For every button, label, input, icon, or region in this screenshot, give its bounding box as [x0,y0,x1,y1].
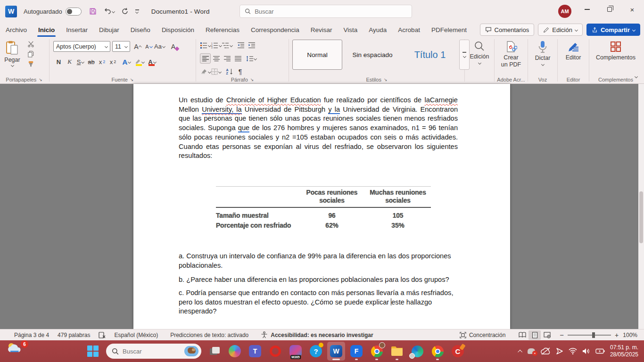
copilot-icon[interactable] [226,342,244,361]
word-app-icon[interactable]: W [5,6,17,17]
device-error-icon[interactable]: × [528,348,535,354]
tab-dibujar[interactable]: Dibujar [93,24,125,36]
ccleaner-icon[interactable]: C [449,342,467,361]
change-case-button[interactable]: Aa [154,41,165,52]
task-view-button[interactable] [206,342,223,361]
language-indicator[interactable]: Español (México) [110,332,162,338]
editor-button[interactable]: Editor [559,38,588,75]
underline-button[interactable]: S [75,57,86,67]
tab-referencias[interactable]: Referencias [200,24,245,36]
subscript-button[interactable]: x2 [97,57,107,67]
align-right-button[interactable] [222,53,232,64]
widgets-weather-button[interactable]: 6 [7,342,27,361]
onedrive-paused-icon[interactable] [540,347,551,355]
style-titulo-1[interactable]: Título 1 [403,40,457,70]
tab-vista[interactable]: Vista [338,24,363,36]
minimize-button[interactable] [576,0,598,19]
increase-indent-button[interactable] [246,40,257,50]
undo-dropdown-icon[interactable] [112,9,115,13]
tray-expand-icon[interactable] [518,349,522,354]
numbered-list-button[interactable]: 123 [211,40,222,50]
bullet-list-button[interactable] [200,40,211,50]
paste-button[interactable]: Pegar [0,38,25,66]
sort-button[interactable]: AZ [224,66,235,77]
shrink-font-button[interactable]: A [143,41,154,52]
line-spacing-button[interactable] [246,53,256,64]
shading-button[interactable] [200,66,211,77]
search-input[interactable] [255,8,407,15]
align-left-button[interactable] [200,53,211,64]
tab-disposicion[interactable]: Disposición [156,24,200,36]
font-name-select[interactable]: Aptos (Cuerpo) [53,41,110,52]
text-effects-button[interactable]: A [121,57,132,67]
word-count[interactable]: 479 palabras [53,332,94,338]
dialog-launcher-icon[interactable]: ↘ [39,77,42,82]
editing-mode-button[interactable]: Edición [538,24,583,36]
titlebar-search[interactable] [239,5,412,18]
file-explorer-icon[interactable] [388,342,406,361]
item-a[interactable]: a. Construya un intervalo de confianza d… [179,252,458,270]
strikethrough-button[interactable]: ab [86,57,97,67]
zoom-in-button[interactable]: + [615,331,619,339]
clear-formatting-button[interactable]: A [168,41,179,52]
wifi-icon[interactable] [569,348,577,354]
web-layout-button[interactable] [541,330,553,340]
tab-pdfelement[interactable]: PDFelement [426,24,472,36]
collapse-ribbon-button[interactable] [635,71,637,80]
word-taskbar-icon[interactable]: W [327,342,345,361]
scrollbar-thumb[interactable] [639,191,643,243]
autosave-toggle[interactable] [66,8,82,16]
item-b[interactable]: b. ¿Parece haber una diferencia en las p… [179,275,458,285]
vertical-scrollbar[interactable] [638,84,644,329]
redo-button[interactable] [121,8,129,15]
page-indicator[interactable]: Página 3 de 4 [0,332,53,338]
editing-menu-button[interactable]: Edición [466,38,493,75]
taskbar-search-input[interactable] [123,348,179,355]
paragraph-intro[interactable]: Un estudio de Chronicle of Higher Educat… [179,96,458,161]
decrease-indent-button[interactable] [235,40,246,50]
dictate-button[interactable]: Dictar [529,38,556,75]
dialog-launcher-icon[interactable]: ↘ [250,77,254,82]
show-formatting-button[interactable]: ¶ [235,66,246,77]
style-sin-espaciado[interactable]: Sin espaciado [342,40,403,70]
location-icon[interactable] [556,347,563,355]
borders-button[interactable] [211,66,222,77]
highlight-button[interactable] [134,57,145,67]
f-app-icon[interactable]: F [347,342,365,361]
style-normal[interactable]: Normal [292,40,342,70]
align-center-button[interactable] [211,53,222,64]
taskbar-search[interactable] [106,344,201,359]
zoom-slider[interactable] [568,335,611,336]
italic-button[interactable]: K [64,57,75,67]
tab-insertar[interactable]: Insertar [60,24,93,36]
clock[interactable]: 07:51 p. m. 28/05/2025 [610,344,638,358]
copy-button[interactable] [27,50,34,58]
justify-button[interactable] [232,53,243,64]
bold-button[interactable]: N [53,57,64,67]
text-predictions[interactable]: Predicciones de texto: activado [166,332,253,338]
addins-button[interactable]: Complementos [590,38,641,75]
grow-font-button[interactable]: A [132,41,143,52]
item-c[interactable]: c. Podría pensarse que entrando en conta… [179,288,458,316]
document-page[interactable]: Un estudio de Chronicle of Higher Educat… [133,84,510,329]
zoom-level[interactable]: 100% [619,332,644,338]
start-button[interactable] [84,342,102,361]
battery-icon[interactable] [595,348,605,354]
tab-archivo[interactable]: Archivo [0,24,33,36]
read-mode-button[interactable] [516,330,528,340]
get-help-icon[interactable]: ? [307,342,325,361]
save-button[interactable] [89,8,97,15]
tab-inicio[interactable]: Inicio [33,24,60,36]
accessibility-status[interactable]: Accesibilidad: es necesario investigar [256,331,377,338]
chrome-profile-icon[interactable] [368,342,386,361]
tab-acrobat[interactable]: Acrobat [392,24,426,36]
multilevel-list-button[interactable] [222,40,232,50]
create-pdf-button[interactable]: Crear un PDF [495,38,527,75]
comments-button[interactable]: Comentarios [480,24,535,36]
tab-diseno[interactable]: Diseño [125,24,156,36]
account-avatar[interactable]: AM [558,5,571,18]
superscript-button[interactable]: x2 [107,57,118,67]
opera-icon[interactable] [266,342,284,361]
volume-icon[interactable] [582,348,590,354]
dialog-launcher-icon[interactable]: ↘ [384,77,388,82]
